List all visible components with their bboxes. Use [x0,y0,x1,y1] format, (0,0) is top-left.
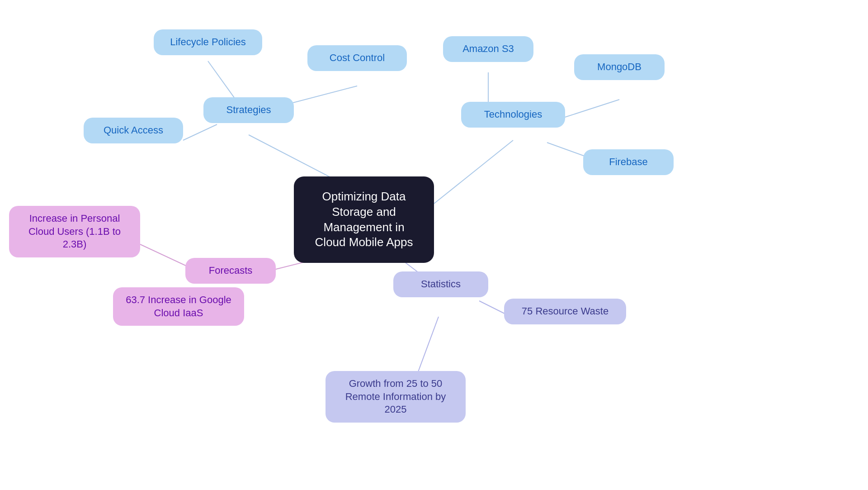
personal-cloud-node: Increase in Personal Cloud Users (1.1B t… [9,206,140,257]
firebase-node: Firebase [583,149,674,175]
mongodb-node: MongoDB [574,54,665,80]
svg-line-13 [416,317,439,378]
google-cloud-node: 63.7 Increase in Google Cloud IaaS [113,287,244,326]
amazon-s3-node: Amazon S3 [443,36,533,62]
statistics-node: Statistics [393,271,488,297]
lifecycle-node: Lifecycle Policies [154,29,262,55]
forecasts-node: Forecasts [185,258,276,284]
cost-control-node: Cost Control [307,45,407,71]
quick-access-node: Quick Access [84,118,183,143]
svg-line-4 [434,140,513,204]
svg-line-3 [183,124,217,140]
strategies-node: Strategies [203,97,294,123]
center-node: Optimizing Data Storage and Management i… [294,176,434,263]
resource-waste-node: 75 Resource Waste [504,299,626,324]
technologies-node: Technologies [461,102,565,128]
growth-node: Growth from 25 to 50 Remote Information … [326,371,466,423]
